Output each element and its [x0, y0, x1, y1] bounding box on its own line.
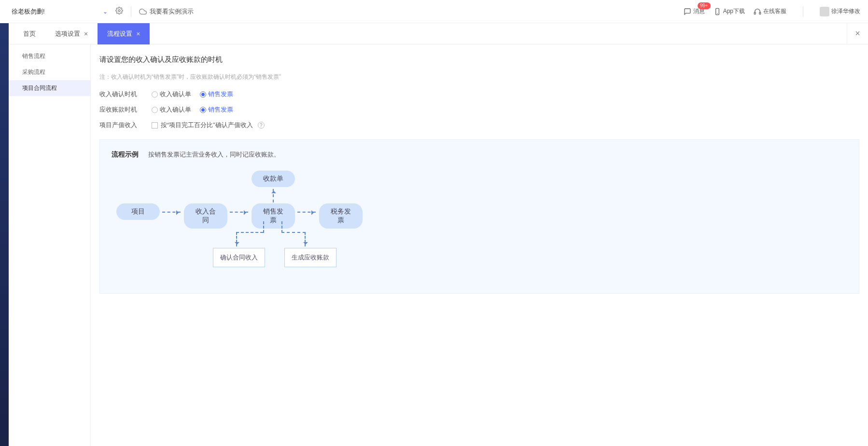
tab-label: 选项设置 — [55, 29, 80, 38]
gear-icon[interactable] — [115, 7, 123, 16]
headset-icon — [754, 8, 761, 15]
radio-icon — [200, 91, 206, 98]
top-bar: 徐老板勿删! ⌄ 我要看实例演示 消息 99+ App下载 在线客服 徐泽华修改 — [0, 0, 868, 23]
messages-badge: 99+ — [698, 2, 711, 9]
org-selector[interactable]: 徐老板勿删! ⌄ — [8, 6, 112, 17]
demo-link[interactable]: 我要看实例演示 — [139, 7, 194, 16]
top-right: 消息 99+ App下载 在线客服 徐泽华修改 — [684, 6, 860, 17]
connector-line — [263, 221, 264, 233]
side-nav: 销售流程 采购流程 项目合同流程 — [9, 44, 91, 446]
example-header: 流程示例 按销售发票记主营业务收入，同时记应收账款。 — [112, 150, 847, 159]
flow-example-card: 流程示例 按销售发票记主营业务收入，同时记应收账款。 收款单 项目 收入合同 销… — [99, 139, 859, 294]
svg-rect-4 — [759, 12, 761, 14]
node-sale-invoice: 销售发票 — [252, 203, 295, 229]
connector-line — [281, 232, 306, 233]
left-rail[interactable] — [0, 23, 9, 446]
connector-line — [281, 221, 282, 233]
divider — [803, 6, 803, 17]
radio-icon — [152, 107, 158, 113]
tab-flow-settings[interactable]: 流程设置 × — [98, 23, 150, 44]
page-title: 请设置您的收入确认及应收账款的时机 — [99, 55, 868, 64]
chevron-down-icon: ⌄ — [103, 8, 108, 15]
checkbox-icon — [152, 122, 158, 129]
example-title: 流程示例 — [112, 150, 139, 159]
radio-icon — [200, 107, 206, 113]
arrow-up-icon — [273, 189, 274, 202]
divider — [131, 6, 131, 17]
close-icon[interactable]: × — [136, 30, 140, 38]
arrow-icon — [297, 212, 316, 213]
radio-sale-invoice-2[interactable]: 销售发票 — [200, 105, 233, 114]
online-service-button[interactable]: 在线客服 — [754, 7, 786, 15]
radio-label: 收入确认单 — [160, 90, 191, 99]
avatar — [820, 7, 829, 16]
radio-sale-invoice[interactable]: 销售发票 — [200, 90, 233, 99]
arrow-icon — [230, 212, 248, 213]
setting-income-timing: 收入确认时机 收入确认单 销售发票 — [99, 90, 868, 99]
tab-options[interactable]: 选项设置 × — [45, 23, 98, 44]
page-note: 注：收入确认时机为“销售发票”时，应收账款确认时机必须为“销售发票” — [99, 73, 868, 81]
radio-icon — [152, 91, 158, 98]
sidenav-sales[interactable]: 销售流程 — [9, 48, 90, 64]
svg-rect-1 — [715, 8, 719, 14]
tabs-row: 首页 选项设置 × 流程设置 × × — [9, 23, 868, 44]
svg-point-0 — [118, 10, 120, 12]
svg-rect-3 — [754, 12, 756, 14]
setting-receivable-timing: 应收账款时机 收入确认单 销售发票 — [99, 105, 868, 114]
node-project: 项目 — [116, 203, 160, 220]
checkbox-label: 按“项目完工百分比”确认产值收入 — [161, 121, 253, 129]
org-name: 徐老板勿删! — [12, 7, 45, 16]
tab-label: 流程设置 — [107, 29, 132, 38]
radio-income-confirm-sheet[interactable]: 收入确认单 — [152, 90, 191, 99]
radio-label: 销售发票 — [208, 105, 233, 114]
tabs-close-all[interactable]: × — [847, 23, 868, 44]
flow-diagram: 收款单 项目 收入合同 销售发票 税务发票 确认合同收入 生成应收账款 — [112, 171, 847, 277]
help-icon[interactable]: ? — [258, 122, 265, 129]
radio-label: 收入确认单 — [160, 105, 191, 114]
radio-income-confirm-sheet-2[interactable]: 收入确认单 — [152, 105, 191, 114]
connector-line — [236, 232, 263, 233]
sidenav-project[interactable]: 项目合同流程 — [9, 80, 90, 96]
arrow-icon — [162, 212, 181, 213]
arrow-down-icon — [305, 232, 306, 246]
arrow-down-icon — [236, 232, 237, 246]
radio-label: 销售发票 — [208, 90, 233, 99]
settings-panel: 请设置您的收入确认及应收账款的时机 注：收入确认时机为“销售发票”时，应收账款确… — [91, 44, 868, 446]
user-name: 徐泽华修改 — [831, 7, 860, 15]
app-download-button[interactable]: App下载 — [714, 7, 745, 15]
app-label: App下载 — [723, 7, 745, 15]
cloud-icon — [139, 8, 147, 15]
checkbox-completion-percent[interactable]: 按“项目完工百分比”确认产值收入 ? — [152, 121, 265, 129]
sidenav-purchase[interactable]: 采购流程 — [9, 64, 90, 80]
tab-label: 首页 — [23, 29, 36, 38]
setting-label: 应收账款时机 — [99, 105, 143, 114]
user-menu[interactable]: 徐泽华修改 — [820, 7, 860, 16]
messages-button[interactable]: 消息 99+ — [684, 7, 705, 15]
service-label: 在线客服 — [763, 7, 786, 15]
setting-label: 收入确认时机 — [99, 90, 143, 99]
setting-project-output: 项目产值收入 按“项目完工百分比”确认产值收入 ? — [99, 121, 868, 129]
example-desc: 按销售发票记主营业务收入，同时记应收账款。 — [148, 151, 280, 158]
mobile-icon — [714, 8, 721, 15]
demo-label: 我要看实例演示 — [150, 7, 194, 16]
setting-label: 项目产值收入 — [99, 121, 143, 129]
close-icon[interactable]: × — [84, 30, 88, 38]
chat-icon — [684, 8, 691, 15]
box-confirm-income: 确认合同收入 — [213, 248, 265, 267]
node-income-contract: 收入合同 — [184, 203, 227, 229]
node-tax-invoice: 税务发票 — [319, 203, 363, 229]
tab-home[interactable]: 首页 — [14, 23, 45, 44]
box-generate-receivable: 生成应收账款 — [284, 248, 336, 267]
node-collection: 收款单 — [252, 171, 295, 187]
